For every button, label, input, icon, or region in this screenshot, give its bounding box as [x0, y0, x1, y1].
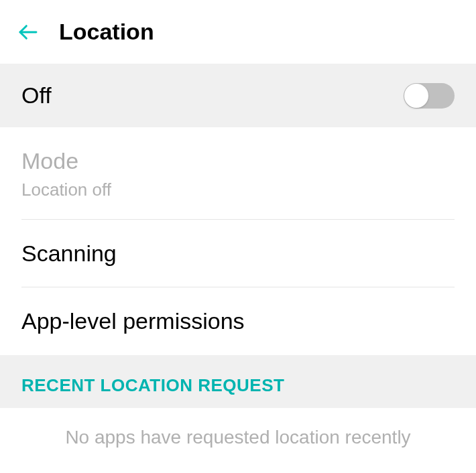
setting-mode-title: Mode: [21, 146, 455, 176]
toggle-thumb: [404, 84, 428, 108]
arrow-left-icon: [17, 21, 39, 43]
page-title: Location: [59, 19, 154, 45]
setting-scanning-title: Scanning: [21, 239, 455, 268]
location-toggle-switch[interactable]: [404, 83, 455, 109]
app-header: Location: [0, 0, 476, 64]
recent-requests-header-text: RECENT LOCATION REQUEST: [21, 375, 455, 396]
setting-permissions-title: App-level permissions: [21, 306, 455, 336]
toggle-label: Off: [21, 82, 52, 109]
setting-mode-subtitle: Location off: [21, 180, 455, 200]
back-button[interactable]: [16, 20, 40, 44]
location-toggle-row[interactable]: Off: [0, 64, 476, 127]
setting-scanning[interactable]: Scanning: [21, 220, 455, 287]
recent-requests-empty: No apps have requested location recently: [0, 408, 476, 467]
setting-permissions[interactable]: App-level permissions: [21, 287, 455, 354]
setting-mode[interactable]: Mode Location off: [21, 127, 455, 220]
settings-list: Mode Location off Scanning App-level per…: [0, 127, 476, 355]
recent-requests-header: RECENT LOCATION REQUEST: [0, 355, 476, 408]
